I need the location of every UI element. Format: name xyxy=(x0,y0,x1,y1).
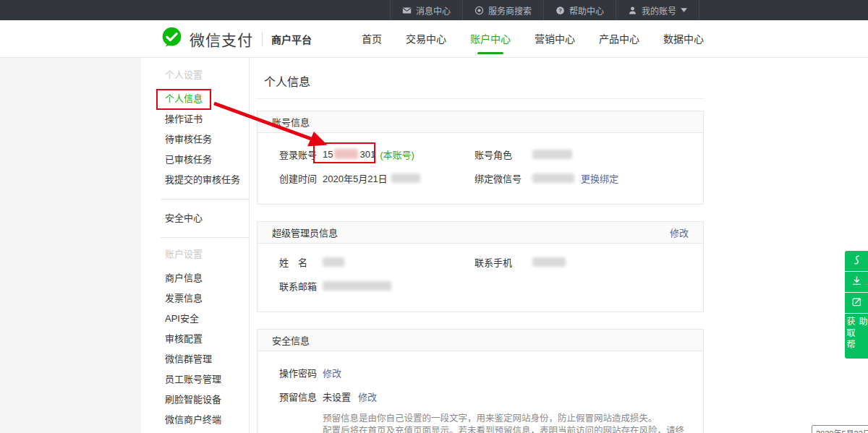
page-header: 微信支付 商户平台 首页 交易中心 账户中心 营销中心 产品中心 数据中心 xyxy=(0,20,868,58)
account-role-label: 账号角色 xyxy=(475,147,532,161)
description-line: 预留信息是由你自己设置的一段文字，用来鉴定网站身份，防止假冒网站造成损失。 xyxy=(323,413,689,425)
admin-name-label: 姓 名 xyxy=(279,255,323,269)
panel-title: 安全信息 xyxy=(272,333,310,347)
main-nav: 首页 交易中心 账户中心 营销中心 产品中心 数据中心 xyxy=(362,32,704,46)
contact-service-button[interactable] xyxy=(845,251,868,271)
topbar-help-center[interactable]: ? 帮助中心 xyxy=(543,0,616,20)
sidebar-item-label: 个人信息 xyxy=(165,93,203,104)
get-help-button[interactable]: 获取帮助 xyxy=(845,314,868,359)
sidebar-divider xyxy=(161,237,249,238)
contact-curve-icon xyxy=(851,254,862,268)
brand-title: 微信支付 xyxy=(190,28,253,50)
sidebar-item-pending-review-tasks[interactable]: 待审核任务 xyxy=(165,129,249,150)
topbar: 消息中心 服务商搜索 ? 帮助中心 我的账号 xyxy=(0,0,868,20)
wechat-bubble-icon xyxy=(161,26,183,51)
topbar-item-label: 消息中心 xyxy=(416,4,451,17)
super-admin-panel-body: 姓 名 联系手机 联系邮箱 xyxy=(258,244,703,312)
page-title: 个人信息 xyxy=(264,72,868,90)
envelope-icon xyxy=(402,6,412,15)
search-circle-icon xyxy=(475,6,484,15)
edit-admin-link[interactable]: 修改 xyxy=(670,226,689,239)
login-account-label: 登录账号 xyxy=(279,147,323,161)
security-info-panel-body: 操作密码 修改 预留信息 未设置 修改 预留信息是由你自己设置的一段文字，用来鉴… xyxy=(258,351,703,433)
nav-home[interactable]: 首页 xyxy=(362,32,382,46)
main-panel-area: 个人信息 账号信息 登录账号 15 301 xyxy=(250,58,868,433)
brand-subtitle: 商户平台 xyxy=(271,32,312,46)
sidebar-item-wechat-group-management[interactable]: 微信群管理 xyxy=(165,349,249,369)
redacted-wechat-id xyxy=(532,173,574,183)
sidebar-header-account-settings: 账户设置 xyxy=(165,246,249,262)
sidebar-item-personal-info[interactable]: 个人信息 xyxy=(165,89,249,109)
account-info-panel-body: 登录账号 15 301 (本账号) 账号角色 xyxy=(258,133,703,204)
contact-phone-label: 联系手机 xyxy=(475,255,532,269)
redacted-login-middle xyxy=(334,149,358,159)
question-circle-icon: ? xyxy=(556,6,565,15)
sidebar-item-operation-certificate[interactable]: 操作证书 xyxy=(165,109,249,129)
title-divider xyxy=(257,98,704,99)
reserved-info-status: 未设置 xyxy=(323,390,351,403)
super-admin-panel: 超级管理员信息 修改 姓 名 联系手机 xyxy=(257,221,704,312)
created-time-label: 创建时间 xyxy=(279,171,323,185)
redacted-created-time xyxy=(391,173,420,183)
sidebar-item-merchant-info[interactable]: 商户信息 xyxy=(165,268,249,288)
nav-data-center[interactable]: 数据中心 xyxy=(663,32,704,46)
sidebar-item-api-security[interactable]: API安全 xyxy=(165,309,249,329)
chevron-down-icon xyxy=(681,8,687,12)
panel-title: 超级管理员信息 xyxy=(272,226,338,239)
user-icon xyxy=(628,6,637,15)
wechat-pay-logo[interactable]: 微信支付 商户平台 xyxy=(161,26,312,51)
contact-email-label: 联系邮箱 xyxy=(279,279,323,293)
date-tooltip: 2020年5月22日 xyxy=(812,425,868,433)
edit-reserved-info-link[interactable]: 修改 xyxy=(358,390,377,403)
brand-divider xyxy=(262,32,263,46)
download-icon xyxy=(851,275,862,289)
change-binding-link[interactable]: 更换绑定 xyxy=(581,171,618,185)
wechat-pay-merchant-platform: 消息中心 服务商搜索 ? 帮助中心 我的账号 微信支付 商户平台 首页 交易中心… xyxy=(0,0,868,433)
feedback-button[interactable] xyxy=(845,293,868,313)
edit-square-icon xyxy=(851,296,862,310)
nav-transaction-center[interactable]: 交易中心 xyxy=(406,32,446,46)
security-info-panel-header: 安全信息 xyxy=(258,330,703,351)
sidebar-item-invoice-info[interactable]: 发票信息 xyxy=(165,288,249,309)
redacted-contact-phone xyxy=(532,257,566,267)
nav-marketing-center[interactable]: 营销中心 xyxy=(535,32,575,46)
sidebar-item-reviewed-tasks[interactable]: 已审核任务 xyxy=(165,150,249,170)
sidebar-item-staff-account-management[interactable]: 员工账号管理 xyxy=(165,369,249,390)
topbar-message-center[interactable]: 消息中心 xyxy=(390,0,462,20)
sidebar: 个人设置 个人信息 操作证书 待审核任务 已审核任务 我提交的审核任务 安全中心… xyxy=(141,58,250,433)
sidebar-item-face-recognition-device[interactable]: 刷脸智能设备 xyxy=(165,390,249,410)
edit-password-link[interactable]: 修改 xyxy=(323,366,341,380)
bound-wechat-label: 绑定微信号 xyxy=(475,171,532,185)
topbar-item-label: 帮助中心 xyxy=(569,4,604,17)
svg-text:?: ? xyxy=(558,7,562,14)
topbar-item-label: 服务商搜索 xyxy=(488,4,532,17)
login-account-suffix: 301 xyxy=(359,149,375,160)
sidebar-item-my-submitted-review-tasks[interactable]: 我提交的审核任务 xyxy=(165,170,249,190)
content-area: 个人设置 个人信息 操作证书 待审核任务 已审核任务 我提交的审核任务 安全中心… xyxy=(141,58,868,433)
sidebar-header-personal-settings: 个人设置 xyxy=(165,67,249,83)
login-account-prefix: 15 xyxy=(323,149,333,160)
created-time-value: 2020年5月21日 xyxy=(323,171,388,185)
super-admin-panel-header: 超级管理员信息 修改 xyxy=(258,222,703,244)
topbar-service-provider-search[interactable]: 服务商搜索 xyxy=(462,0,543,20)
security-info-panel: 安全信息 操作密码 修改 预留信息 未设置 修改 预留信息是由你自己设置的一段文… xyxy=(257,329,704,433)
current-account-tag: (本账号) xyxy=(380,147,414,161)
download-button[interactable] xyxy=(845,272,868,292)
topbar-item-label: 我的账号 xyxy=(642,4,676,17)
sidebar-item-security-center[interactable]: 安全中心 xyxy=(165,208,249,228)
topbar-my-account[interactable]: 我的账号 xyxy=(616,0,699,20)
description-line: 配置后将在首页及充值页面显示。若未看到预留信息，表明当前访问的网站存在风险，请终… xyxy=(323,425,689,433)
sidebar-divider xyxy=(161,199,249,200)
login-account-value: 15 301 (本账号) xyxy=(323,147,414,161)
reserved-info-label: 预留信息 xyxy=(279,390,323,403)
nav-product-center[interactable]: 产品中心 xyxy=(599,32,639,46)
nav-account-center[interactable]: 账户中心 xyxy=(470,32,511,46)
redacted-account-role xyxy=(532,150,572,159)
sidebar-item-review-config[interactable]: 审核配置 xyxy=(165,329,249,349)
redacted-admin-name xyxy=(323,257,344,267)
panel-title: 账号信息 xyxy=(272,115,310,129)
redacted-contact-email xyxy=(323,281,391,291)
reserved-info-description: 预留信息是由你自己设置的一段文字，用来鉴定网站身份，防止假冒网站造成损失。 配置… xyxy=(323,413,689,433)
account-info-panel-header: 账号信息 xyxy=(258,111,703,133)
sidebar-item-wechat-merchant-terminal[interactable]: 微信商户终端 xyxy=(165,410,249,430)
